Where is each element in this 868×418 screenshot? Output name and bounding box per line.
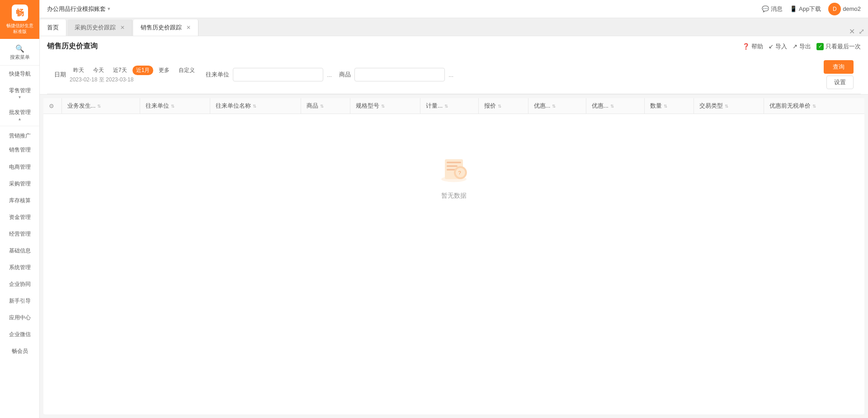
sidebar-item-wholesale-mgmt[interactable]: 批发管理 ▴ — [0, 104, 39, 126]
sort-price-icon: ⇅ — [498, 104, 501, 109]
sidebar-search-label: 搜索菜单 — [10, 54, 30, 61]
tab-purchase-history[interactable]: 采购历史价跟踪 ✕ — [67, 19, 132, 36]
sidebar-item-system[interactable]: 系统管理 — [0, 259, 39, 276]
username-label: demo2 — [843, 5, 861, 12]
tab-sales-history[interactable]: 销售历史价跟踪 ✕ — [133, 19, 198, 36]
tab-purchase-close-icon[interactable]: ✕ — [120, 24, 125, 31]
date-option-1month[interactable]: 近1月 — [132, 66, 154, 75]
date-range-text: 2023-02-18 至 2023-03-18 — [70, 76, 198, 84]
query-button[interactable]: 查询 — [824, 60, 854, 74]
goods-dots-icon[interactable]: ... — [448, 71, 453, 78]
goods-label: 商品 — [339, 71, 351, 79]
sidebar-item-guide[interactable]: 新手引导 — [0, 293, 39, 309]
main-area: 办公用品行业模拟账套 ▾ 💬 消息 📱 App下载 D demo2 首页 采购历… — [40, 0, 868, 418]
col-trade-type: 交易类型 ⇅ — [694, 98, 764, 114]
help-icon: ❓ — [742, 43, 750, 50]
checkbox-icon: ✓ — [816, 43, 824, 50]
date-option-yesterday[interactable]: 昨天 — [70, 66, 88, 75]
wholesale-section: 营销推广 销售管理 — [0, 126, 39, 159]
col-pre-discount-price: 优惠前无税单价 ⇅ — [764, 98, 864, 114]
date-option-more[interactable]: 更多 — [155, 66, 173, 75]
sidebar-logo[interactable]: 畅 畅捷信好生意 标准版 — [0, 0, 39, 39]
sidebar-item-wechat[interactable]: 企业微信 — [0, 326, 39, 343]
empty-state: ? 暂无数据 — [43, 114, 864, 236]
from-unit-label: 往来单位 — [206, 71, 229, 79]
import-button[interactable]: ↙ 导入 — [769, 43, 787, 51]
page-title-row: 销售历史价查询 ❓ 帮助 ↙ 导入 ↗ 导出 ✓ — [47, 42, 861, 51]
wholesale-arrow-icon: ▴ — [19, 116, 21, 121]
company-name: 办公用品行业模拟账套 — [47, 5, 106, 13]
user-avatar: D — [828, 3, 841, 15]
date-option-7days[interactable]: 近7天 — [109, 66, 131, 75]
sort-unit-icon: ⇅ — [444, 104, 448, 109]
date-label: 日期 — [54, 71, 66, 79]
col-discount1: 优惠... ⇅ — [528, 98, 586, 114]
sidebar-item-quick-nav[interactable]: 快捷导航 — [0, 66, 39, 82]
user-profile[interactable]: D demo2 — [828, 3, 861, 15]
import-icon: ↙ — [769, 43, 774, 50]
help-button[interactable]: ❓ 帮助 — [742, 43, 763, 51]
sidebar-search-item[interactable]: 🔍 搜索菜单 — [0, 39, 39, 66]
sort-discount2-icon: ⇅ — [610, 104, 614, 109]
logo-icon: 畅 — [12, 5, 28, 21]
sort-qty-icon: ⇅ — [664, 104, 667, 109]
col-spec: 规格型号 ⇅ — [350, 98, 420, 114]
table-header: ⚙ 业务发生... ⇅ 往来单位 ⇅ — [43, 98, 864, 114]
tab-sales-label: 销售历史价跟踪 — [141, 24, 182, 32]
data-table: ⚙ 业务发生... ⇅ 往来单位 ⇅ — [43, 98, 864, 114]
sidebar-item-inventory[interactable]: 库存核算 — [0, 192, 39, 209]
sidebar-item-app-center[interactable]: 应用中心 — [0, 309, 39, 326]
export-button[interactable]: ↗ 导出 — [793, 43, 811, 51]
sidebar-item-finance[interactable]: 资金管理 — [0, 209, 39, 226]
tab-purchase-label: 采购历史价跟踪 — [75, 24, 116, 32]
sidebar-item-marketing[interactable]: 营销推广 — [4, 129, 36, 143]
company-selector[interactable]: 办公用品行业模拟账套 ▾ — [47, 5, 110, 13]
date-filter-group: 日期 昨天 今天 近7天 近1月 更多 自定义 2023-02-18 至 202… — [54, 66, 198, 84]
app-download-button[interactable]: 📱 App下载 — [790, 5, 821, 13]
col-from-unit-name: 往来单位名称 ⇅ — [210, 98, 301, 114]
svg-rect-3 — [447, 166, 458, 167]
sidebar-item-ecommerce[interactable]: 电商管理 — [0, 159, 39, 176]
table-settings-icon[interactable]: ⚙ — [49, 103, 54, 109]
from-unit-dots-icon[interactable]: ... — [327, 71, 332, 78]
svg-text:?: ? — [458, 170, 461, 176]
settings-button[interactable]: 设置 — [826, 76, 854, 89]
table-container: ⚙ 业务发生... ⇅ 往来单位 ⇅ — [43, 98, 864, 414]
date-option-today[interactable]: 今天 — [90, 66, 108, 75]
sidebar-quick-nav-group: 快捷导航 零售管理 ▾ 批发管理 ▴ — [0, 66, 39, 126]
content-area: 销售历史价查询 ❓ 帮助 ↙ 导入 ↗ 导出 ✓ — [40, 36, 868, 418]
col-from-unit: 往来单位 ⇅ — [140, 98, 210, 114]
sidebar-item-operations[interactable]: 经营管理 — [0, 226, 39, 242]
date-options: 昨天 今天 近7天 近1月 更多 自定义 — [70, 66, 198, 75]
sidebar-item-collab[interactable]: 企业协同 — [0, 276, 39, 293]
sort-from-unit-name-icon: ⇅ — [253, 104, 256, 109]
sidebar-item-retail-mgmt[interactable]: 零售管理 ▾ — [0, 82, 39, 104]
from-unit-filter: 往来单位 ... — [206, 68, 332, 81]
logo-text: 畅捷信好生意 标准版 — [6, 23, 33, 34]
tab-bar-actions: ✕ ⤢ — [849, 27, 868, 36]
export-icon: ↗ — [793, 43, 797, 50]
from-unit-input[interactable] — [233, 68, 323, 81]
sidebar-item-member[interactable]: 畅会员 — [0, 343, 39, 360]
col-qty: 数量 ⇅ — [644, 98, 694, 114]
tab-sales-close-icon[interactable]: ✕ — [186, 24, 191, 31]
date-option-custom[interactable]: 自定义 — [175, 66, 198, 75]
fullscreen-icon[interactable]: ⤢ — [859, 27, 864, 36]
sidebar-item-basic-info[interactable]: 基础信息 — [0, 242, 39, 259]
sort-date-icon: ⇅ — [97, 104, 101, 109]
sort-goods-icon: ⇅ — [320, 104, 324, 109]
sort-from-unit-icon: ⇅ — [171, 104, 175, 109]
page-title: 销售历史价查询 — [47, 42, 98, 51]
top-bar-left: 办公用品行业模拟账套 ▾ — [47, 5, 110, 13]
only-last-checkbox[interactable]: ✓ 只看最后一次 — [816, 43, 861, 51]
close-all-tabs-icon[interactable]: ✕ — [849, 27, 855, 36]
message-button[interactable]: 💬 消息 — [762, 5, 783, 13]
tab-home[interactable]: 首页 — [40, 19, 66, 36]
col-goods: 商品 ⇅ — [301, 98, 350, 114]
sidebar-item-purchase[interactable]: 采购管理 — [0, 176, 39, 192]
retail-arrow-icon: ▾ — [19, 95, 21, 100]
goods-input[interactable] — [354, 68, 445, 81]
company-chevron-icon: ▾ — [108, 6, 110, 12]
sidebar-item-sales-mgmt[interactable]: 销售管理 — [4, 143, 36, 157]
page-header: 销售历史价查询 ❓ 帮助 ↙ 导入 ↗ 导出 ✓ — [40, 36, 868, 95]
